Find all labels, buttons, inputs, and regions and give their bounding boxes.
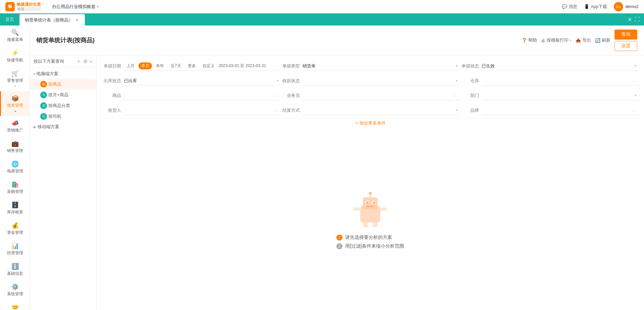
tip-num-1: 1 bbox=[336, 235, 342, 241]
filter-row-4: 收货人 ··· 结算方式 ▾ bbox=[102, 103, 639, 118]
marketing-icon: 📣 bbox=[11, 119, 19, 127]
dept-cell: 部门 ▾ bbox=[460, 88, 639, 103]
dept-arrow-icon: ▾ bbox=[635, 93, 637, 98]
export-btn[interactable]: 📤 导出 bbox=[576, 37, 591, 43]
tree-item-by-month-product[interactable]: 月 按月+商品 bbox=[30, 90, 96, 100]
brand-control[interactable]: ··· bbox=[482, 106, 639, 115]
sidebar-item-marketing[interactable]: 📣 营销推广 bbox=[0, 116, 29, 137]
tab-bar: 首页 销货单统计表（按商品） ✕ ✕ ⛶ bbox=[0, 13, 644, 25]
sidebar-item-system[interactable]: ⚙️ 系统管理 bbox=[0, 280, 29, 300]
sidebar-item-ecommerce[interactable]: 🌐 电商管理 bbox=[0, 157, 29, 177]
date-filter-control[interactable]: 上月 本月 本年 近7天 更多 自定义 2023-03-01 至 2023-03… bbox=[124, 61, 281, 71]
recipient-control[interactable]: ··· bbox=[124, 106, 281, 115]
workspace-name: 办公用品行业模拟账套 bbox=[52, 4, 96, 10]
settings-scheme-icon[interactable]: ⚙ bbox=[83, 58, 88, 64]
doc-type-cell: 单据类型 销货单 ▾ bbox=[281, 59, 460, 73]
action-buttons: 查询 设置 bbox=[614, 30, 637, 51]
payment-method-control[interactable]: ▾ bbox=[303, 106, 460, 115]
pill-last-7[interactable]: 近7天 bbox=[168, 62, 184, 69]
tree-section: ▾ 电脑端方案 按 按商品 月 按月+商品 类 bbox=[30, 67, 96, 133]
tree-item-by-printer[interactable]: 司 按司机 bbox=[30, 111, 96, 122]
svg-point-8 bbox=[369, 192, 372, 195]
product-dots-icon: ··· bbox=[274, 93, 279, 98]
pill-more[interactable]: 更多 bbox=[185, 62, 199, 69]
refresh-btn[interactable]: 🔄 刷新 bbox=[595, 37, 610, 43]
sidebar-item-wholesale[interactable]: 📦 批发管理 ▴ bbox=[0, 91, 29, 116]
sidebar-item-basic-info[interactable]: ℹ️ 基础信息 bbox=[0, 259, 29, 280]
svg-rect-6 bbox=[366, 206, 374, 207]
header-divider bbox=[46, 3, 47, 10]
doc-status-control[interactable]: 已生效 ▾ bbox=[482, 61, 639, 71]
phone-icon: 📱 bbox=[584, 4, 589, 9]
pill-this-year[interactable]: 本年 bbox=[153, 62, 167, 69]
message-action[interactable]: 💬 消息 bbox=[562, 4, 577, 10]
tree-group-desktop[interactable]: ▾ 电脑端方案 bbox=[30, 69, 96, 79]
collapse-panel-icon[interactable]: « bbox=[90, 58, 92, 64]
empty-state: 1 请先选择要分析的方案 2 用[过滤]条件来缩小分析范围 bbox=[97, 128, 644, 310]
sidebar-item-enterprise[interactable]: 🤝 企业协同 bbox=[0, 300, 29, 310]
svg-rect-12 bbox=[373, 222, 378, 227]
warehouse-cell: 仓库 ··· bbox=[460, 73, 639, 88]
empty-tip-1: 1 请先选择要分析的方案 bbox=[336, 235, 404, 241]
window-maximize-btn[interactable]: ⛶ bbox=[635, 16, 640, 23]
mobile-expand-icon: ▶ bbox=[34, 125, 36, 129]
pill-last-month[interactable]: 上月 bbox=[124, 62, 137, 69]
tree-item-by-product[interactable]: 按 按商品 bbox=[30, 79, 96, 90]
sidebar-item-operations[interactable]: 📊 经营管理 bbox=[0, 239, 29, 259]
search-menu-icon: 🔍 bbox=[11, 29, 19, 36]
brand-name: 畅捷通好生意 bbox=[17, 2, 41, 7]
user-area[interactable]: Ea demo2 bbox=[614, 2, 639, 11]
add-scheme-icon[interactable]: ＋ bbox=[76, 58, 81, 64]
collapse-bar[interactable]: ∧ 收起更多条件 bbox=[102, 118, 639, 128]
svg-rect-10 bbox=[380, 207, 387, 211]
retail-icon: 🛒 bbox=[11, 70, 19, 77]
product-control[interactable]: ··· bbox=[124, 91, 281, 100]
help-btn[interactable]: ❓ 帮助 bbox=[522, 37, 537, 43]
doc-status-cell: 单据状态 已生效 ▾ bbox=[460, 59, 639, 73]
print-dropdown-icon: ▾ bbox=[570, 39, 572, 42]
print-template-btn[interactable]: 🖨 按模板打印 ▾ bbox=[541, 37, 572, 43]
settings-button[interactable]: 设置 bbox=[614, 41, 637, 51]
by-product-icon: 按 bbox=[40, 81, 47, 88]
recipient-dots-icon: ··· bbox=[274, 108, 279, 113]
warehouse-status-arrow-icon: ▾ bbox=[277, 79, 279, 83]
wholesale-expand-icon: ▴ bbox=[14, 109, 16, 113]
salesperson-control[interactable]: ··· bbox=[303, 91, 460, 100]
doc-type-control[interactable]: 销货单 ▾ bbox=[303, 61, 460, 71]
tab-home[interactable]: 首页 bbox=[0, 13, 19, 25]
sidebar-item-sales[interactable]: 💼 销售管理 bbox=[0, 137, 29, 157]
top-header: 畅 畅捷通好生意 标版 办公用品行业模拟账套 ▾ 💬 消息 📱 App下载 bbox=[0, 0, 644, 13]
workspace-selector[interactable]: 办公用品行业模拟账套 ▾ bbox=[52, 4, 99, 10]
retail-expand-icon: ▾ bbox=[14, 84, 16, 88]
tab-close-icon[interactable]: ✕ bbox=[75, 17, 79, 23]
quick-nav-icon: ⚡ bbox=[11, 49, 19, 57]
sidebar-item-finance[interactable]: 💰 资金管理 bbox=[0, 218, 29, 239]
tree-item-by-category[interactable]: 类 按商品分类 bbox=[30, 100, 96, 111]
warehouse-control[interactable]: ··· bbox=[482, 76, 639, 86]
payment-status-control[interactable]: ▾ bbox=[303, 76, 460, 86]
sidebar-item-purchase[interactable]: 🛍️ 采购管理 bbox=[0, 177, 29, 198]
query-button[interactable]: 查询 bbox=[614, 30, 637, 40]
sidebar-item-quick-nav[interactable]: ⚡ 快捷导航 bbox=[0, 46, 29, 66]
date-range-value: 2023-03-01 至 2023-03-31 bbox=[219, 63, 266, 69]
pill-custom[interactable]: 自定义 bbox=[200, 62, 217, 69]
sales-icon: 💼 bbox=[11, 140, 19, 147]
basic-info-icon: ℹ️ bbox=[11, 263, 19, 270]
enterprise-icon: 🤝 bbox=[11, 304, 19, 310]
sidebar-item-search-menu[interactable]: 🔍 搜索菜单 bbox=[0, 25, 29, 46]
sidebar-item-retail[interactable]: 🛒 零售管理 ▾ bbox=[0, 66, 29, 91]
date-filter-cell: 单据日期 上月 本月 本年 近7天 更多 自定义 bbox=[102, 59, 281, 73]
tab-sales-report[interactable]: 销货单统计表（按商品） ✕ bbox=[19, 14, 85, 26]
sidebar-item-inventory[interactable]: 🗄️ 库存核算 bbox=[0, 198, 29, 218]
empty-illustration bbox=[350, 189, 390, 229]
app-download-action[interactable]: 📱 App下载 bbox=[584, 4, 607, 10]
brand-label: 标版 bbox=[17, 7, 41, 11]
payment-status-arrow-icon: ▾ bbox=[456, 79, 458, 83]
page-header: 销货单统计表(按商品) ❓ 帮助 🖨 按模板打印 ▾ 📤 导出 bbox=[30, 25, 644, 55]
pill-this-month[interactable]: 本月 bbox=[139, 62, 152, 69]
window-close-btn[interactable]: ✕ bbox=[628, 16, 632, 23]
dept-control[interactable]: ▾ bbox=[482, 91, 639, 100]
warehouse-status-control[interactable]: 已出库 ▾ bbox=[124, 76, 281, 86]
username: demo2 bbox=[625, 4, 639, 9]
tree-group-mobile[interactable]: ▶ 移动端方案 bbox=[30, 122, 96, 132]
